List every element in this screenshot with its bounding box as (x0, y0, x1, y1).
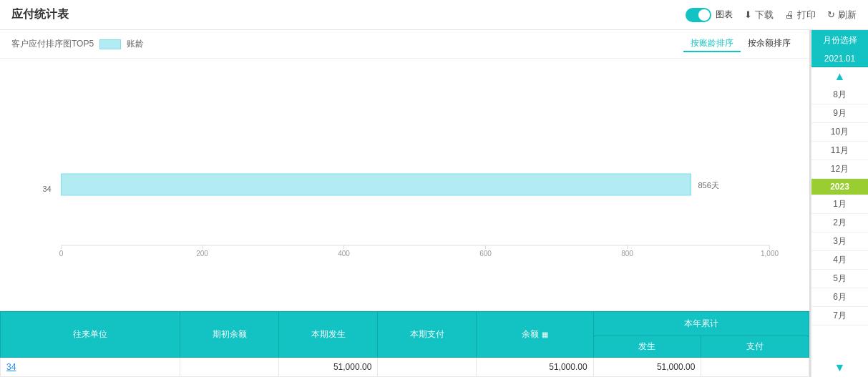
sidebar-month-9[interactable]: 9月 (811, 104, 868, 123)
refresh-button[interactable]: ↻ 刷新 (827, 9, 857, 21)
svg-text:34: 34 (42, 185, 51, 193)
sort-by-balance-button[interactable]: 按余额排序 (741, 36, 798, 52)
sidebar-up-button[interactable]: ▲ (811, 67, 868, 86)
sidebar-month-11[interactable]: 11月 (811, 142, 868, 160)
col-header-ytd-payment: 支付 (701, 336, 809, 358)
chart-body: 34 856天 0 200 400 600 800 1,000 (0, 59, 809, 310)
print-button[interactable]: 🖨 打印 (785, 9, 816, 21)
download-label: 下载 (755, 9, 774, 21)
sidebar-month-1[interactable]: 1月 (811, 195, 868, 214)
cell-unit[interactable]: 34 (1, 358, 180, 377)
sort-by-age-button[interactable]: 按账龄排序 (683, 36, 741, 52)
sidebar-month-7[interactable]: 7月 (811, 307, 868, 325)
print-icon: 🖨 (785, 9, 794, 20)
col-header-payment: 本期支付 (378, 312, 477, 358)
chart-svg: 34 856天 0 200 400 600 800 1,000 (11, 106, 798, 270)
chart-toggle[interactable] (686, 8, 711, 22)
sidebar-container: 月份选择 2021.01 ▲ 8月 9月 10月 11月 12月 2023 1月… (809, 30, 868, 377)
sidebar-down-button[interactable]: ▼ (811, 358, 868, 377)
sidebar-month-5[interactable]: 5月 (811, 270, 868, 288)
table-header-row-1: 往来单位 期初余额 本期发生 本期支付 余额 ▦ 本年累计 (1, 312, 809, 336)
legend-box (99, 39, 121, 49)
sidebar-month-6[interactable]: 6月 (811, 288, 868, 307)
cell-payment (378, 358, 477, 377)
sidebar-header: 月份选择 (811, 30, 868, 51)
download-button[interactable]: ⬇ 下载 (744, 9, 774, 21)
refresh-label: 刷新 (838, 9, 857, 21)
col-header-occurrence: 本期发生 (279, 312, 378, 358)
sidebar-month-2[interactable]: 2月 (811, 214, 868, 232)
col-header-balance: 余额 ▦ (477, 312, 593, 358)
chart-title: 客户应付排序图TOP5 (11, 38, 94, 50)
col-header-opening: 期初余额 (180, 312, 279, 358)
sidebar-month-3[interactable]: 3月 (811, 232, 868, 251)
legend-label: 账龄 (127, 38, 144, 50)
chart-legend: 客户应付排序图TOP5 账龄 (11, 38, 144, 50)
svg-text:800: 800 (621, 250, 633, 258)
download-icon: ⬇ (744, 9, 752, 20)
svg-text:1,000: 1,000 (761, 250, 779, 258)
main-content: 客户应付排序图TOP5 账龄 按账龄排序 按余额排序 34 856天 (0, 30, 868, 377)
svg-text:400: 400 (338, 250, 350, 258)
cell-occurrence: 51,000.00 (279, 358, 378, 377)
refresh-icon: ↻ (827, 9, 835, 20)
svg-text:0: 0 (59, 250, 64, 258)
cell-opening (180, 358, 279, 377)
chart-toggle-label: 图表 (716, 9, 733, 21)
table-row: 34 51,000.00 51,000.00 51,000.00 (1, 358, 809, 377)
sidebar-month-4[interactable]: 4月 (811, 251, 868, 270)
sidebar-month-12[interactable]: 12月 (811, 160, 868, 179)
chart-header: 客户应付排序图TOP5 账龄 按账龄排序 按余额排序 (0, 30, 809, 59)
cell-balance: 51,000.00 (477, 358, 593, 377)
page-title: 应付统计表 (11, 7, 69, 22)
col-header-unit: 往来单位 (1, 312, 180, 358)
col-header-ytd-occurrence: 发生 (593, 336, 701, 358)
right-sidebar: 月份选择 2021.01 ▲ 8月 9月 10月 11月 12月 2023 1月… (811, 30, 868, 377)
chart-area: 客户应付排序图TOP5 账龄 按账龄排序 按余额排序 34 856天 (0, 30, 809, 377)
chart-bar (62, 174, 691, 195)
page-wrapper: 应付统计表 图表 ⬇ 下载 🖨 打印 ↻ 刷新 (0, 0, 868, 377)
svg-text:600: 600 (479, 250, 492, 258)
col-header-ytd: 本年累计 (593, 312, 809, 336)
sidebar-year-marker: 2023 (811, 179, 868, 195)
header: 应付统计表 图表 ⬇ 下载 🖨 打印 ↻ 刷新 (0, 0, 868, 30)
table-body: 34 51,000.00 51,000.00 51,000.00 (1, 358, 809, 377)
cell-ytd-payment (701, 358, 809, 377)
svg-text:856天: 856天 (698, 181, 719, 190)
svg-text:200: 200 (196, 250, 208, 258)
sidebar-month-8[interactable]: 8月 (811, 86, 868, 104)
chart-toggle-wrapper: 图表 (686, 8, 733, 22)
sidebar-month-10[interactable]: 10月 (811, 123, 868, 142)
print-label: 打印 (797, 9, 816, 21)
chart-sort-buttons: 按账龄排序 按余额排序 (683, 36, 798, 52)
sidebar-year[interactable]: 2021.01 (811, 51, 868, 67)
table-area: 往来单位 期初余额 本期发生 本期支付 余额 ▦ 本年累计 发生 (0, 310, 809, 377)
sidebar-months-list: 8月 9月 10月 11月 12月 2023 1月 2月 3月 4月 5月 6月… (811, 86, 868, 358)
data-table: 往来单位 期初余额 本期发生 本期支付 余额 ▦ 本年累计 发生 (0, 311, 809, 377)
header-actions: 图表 ⬇ 下载 🖨 打印 ↻ 刷新 (686, 8, 857, 22)
cell-ytd-occurrence: 51,000.00 (593, 358, 701, 377)
table-wrapper: 往来单位 期初余额 本期发生 本期支付 余额 ▦ 本年累计 发生 (0, 311, 809, 377)
